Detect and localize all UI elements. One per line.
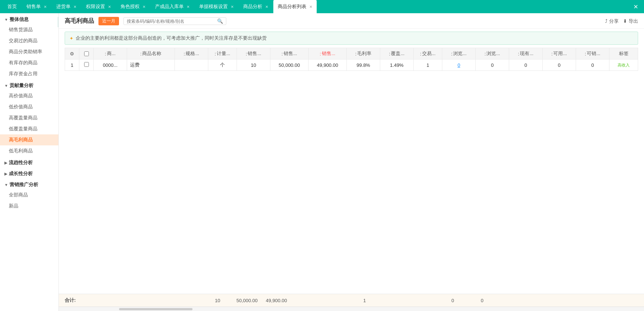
col-coverage[interactable]: : 覆盖...	[380, 48, 414, 59]
sidebar-item-all-products[interactable]: 全部商品	[0, 189, 58, 200]
footer-browse2	[409, 298, 438, 303]
sidebar-item-low-value[interactable]: 低价值商品	[0, 101, 58, 112]
group-arrow-marketing: ▼	[4, 183, 8, 187]
col-saleable[interactable]: : 可销...	[576, 48, 609, 59]
col-spec[interactable]: : 规格...	[175, 48, 208, 59]
sidebar-item-high-value[interactable]: 高价值商品	[0, 90, 58, 101]
close-role-tab[interactable]: ✕	[143, 5, 145, 9]
nav-product-in[interactable]: 产成品入库单 ✕	[151, 0, 194, 13]
search-icon[interactable]: 🔍	[217, 18, 223, 24]
sidebar-item-stock-funds[interactable]: 库存资金占用	[0, 68, 58, 79]
group-arrow-trend: ▶	[4, 161, 7, 165]
table-footer: 合计: 10 50,000.00 49,900.00 1 0 0	[59, 294, 644, 307]
cell-saleable: 0	[576, 59, 609, 71]
filter-month-button[interactable]: 近一月	[98, 17, 119, 25]
col-sales3[interactable]: : 销售...	[309, 48, 347, 59]
col-tag[interactable]: 标签	[609, 48, 638, 59]
main-layout: 《 ▼ 整体信息 销售货源品 交易过的商品 商品分类助销率 有库存的商品 库存资…	[0, 13, 644, 311]
col-name[interactable]: : 商品名称	[127, 48, 175, 59]
col-browse1[interactable]: : 浏览...	[442, 48, 476, 59]
col-browse2[interactable]: : 浏览...	[476, 48, 509, 59]
search-box: 🔍	[123, 17, 226, 25]
sidebar-item-low-margin[interactable]: 低毛利商品	[0, 145, 58, 156]
sidebar-group-contribution[interactable]: ▼ 贡献量分析	[0, 79, 58, 90]
group-arrow-overall: ▼	[4, 18, 8, 22]
close-analysis-tab[interactable]: ✕	[265, 5, 268, 9]
cell-index: 1	[65, 59, 79, 71]
cell-code: 0000...	[94, 59, 127, 71]
sidebar-item-in-stock[interactable]: 有库存的商品	[0, 57, 58, 68]
col-available[interactable]: : 可用...	[543, 48, 576, 59]
share-icon: ⤴	[605, 18, 608, 24]
cell-unit: 个	[208, 59, 237, 71]
close-sales-tab[interactable]: ✕	[44, 5, 47, 9]
sidebar-item-category-rate[interactable]: 商品分类助销率	[0, 46, 58, 57]
footer-label: 合计:	[65, 297, 76, 304]
col-sales2[interactable]: : 销售...	[270, 48, 309, 59]
footer-transaction: 1	[350, 298, 379, 303]
row-checkbox[interactable]	[84, 62, 89, 67]
col-gross-rate[interactable]: : 毛利率	[347, 48, 380, 59]
search-input[interactable]	[127, 19, 217, 24]
cell-available: 0	[543, 59, 576, 71]
sidebar-item-high-coverage[interactable]: 高覆盖量商品	[0, 112, 58, 123]
nav-purchase[interactable]: 进货单 ✕	[52, 0, 81, 13]
sidebar-group-marketing[interactable]: ▼ 营销推广分析	[0, 178, 58, 189]
close-purchase-tab[interactable]: ✕	[73, 5, 76, 9]
cell-coverage: 1.49%	[380, 59, 414, 71]
cell-checkbox[interactable]	[79, 59, 94, 71]
sidebar-group-growth[interactable]: ▶ 成长性分析	[0, 167, 58, 178]
table-header-row: ⚙ : 商... : 商品名称 : 规格...	[65, 48, 638, 59]
share-button[interactable]: ⤴ 分享	[605, 18, 619, 25]
nav-analysis-list[interactable]: 商品分析列表 ✕	[273, 0, 317, 13]
cell-browse2: 0	[476, 59, 509, 71]
col-sales1[interactable]: : 销售...	[237, 48, 270, 59]
nav-template[interactable]: 单据模板设置 ✕	[195, 0, 238, 13]
info-banner: ✦ 企业的主要的利润都是这部分商品创造的，可考虑加大推广，同时关注库存是不要出现…	[65, 32, 638, 45]
close-permission-tab[interactable]: ✕	[108, 5, 111, 9]
col-unit[interactable]: : 计量...	[208, 48, 237, 59]
cell-sales3: 49,900.00	[309, 59, 347, 71]
col-code[interactable]: : 商...	[94, 48, 127, 59]
footer-values: 10 50,000.00 49,900.00 1 0 0	[82, 298, 638, 303]
content-area: 高毛利商品 近一月 🔍 ⤴ 分享 ⬇ 导出 ✦ 企业的主要的利润都是这部分商品创…	[59, 13, 644, 311]
nav-home[interactable]: 首页	[3, 0, 21, 13]
col-settings[interactable]: ⚙	[65, 48, 79, 59]
close-product-in-tab[interactable]: ✕	[187, 5, 190, 9]
sidebar-group-overall[interactable]: ▼ 整体信息	[0, 13, 58, 24]
close-template-tab[interactable]: ✕	[231, 5, 234, 9]
footer-placeholder1	[291, 298, 320, 303]
select-all-checkbox[interactable]	[84, 51, 89, 56]
cell-gross-rate: 99.8%	[347, 59, 380, 71]
sidebar-item-low-coverage[interactable]: 低覆盖量商品	[0, 123, 58, 134]
sidebar-item-new-products[interactable]: 新品	[0, 200, 58, 211]
scrollbar-thumb[interactable]	[119, 308, 193, 310]
close-window-button[interactable]: ✕	[630, 3, 641, 10]
sidebar-toggle[interactable]: 《	[58, 17, 59, 27]
nav-permission[interactable]: 权限设置 ✕	[82, 0, 115, 13]
top-navigation: 首页 销售单 ✕ 进货单 ✕ 权限设置 ✕ 角色授权 ✕ 产成品入库单 ✕ 单据…	[0, 0, 644, 13]
info-icon: ✦	[69, 36, 73, 41]
close-analysis-list-tab[interactable]: ✕	[309, 5, 312, 9]
nav-sales[interactable]: 销售单 ✕	[22, 0, 51, 13]
footer-sales1: 10	[203, 298, 232, 303]
footer-stock: 0	[438, 298, 467, 303]
group-arrow-contribution: ▼	[4, 84, 8, 88]
table-wrapper: ⚙ : 商... : 商品名称 : 规格...	[59, 48, 644, 294]
sidebar-item-sales-source[interactable]: 销售货源品	[0, 24, 58, 35]
sidebar-group-trend[interactable]: ▶ 流趋性分析	[0, 156, 58, 167]
sidebar-item-high-margin[interactable]: 高毛利商品	[0, 134, 58, 145]
content-header: 高毛利商品 近一月 🔍 ⤴ 分享 ⬇ 导出	[59, 13, 644, 29]
horizontal-scrollbar[interactable]	[59, 307, 644, 311]
group-arrow-growth: ▶	[4, 172, 7, 176]
export-button[interactable]: ⬇ 导出	[623, 18, 638, 25]
nav-role[interactable]: 角色授权 ✕	[116, 0, 150, 13]
col-checkbox[interactable]	[79, 48, 94, 59]
col-transaction[interactable]: : 交易...	[414, 48, 442, 59]
nav-analysis[interactable]: 商品分析 ✕	[239, 0, 273, 13]
footer-sales3: 49,900.00	[262, 298, 291, 303]
sidebar-item-traded[interactable]: 交易过的商品	[0, 35, 58, 46]
col-stock[interactable]: : 现有...	[509, 48, 543, 59]
tag-label: 高收入	[618, 63, 630, 67]
cell-browse1[interactable]: 0	[442, 59, 476, 71]
